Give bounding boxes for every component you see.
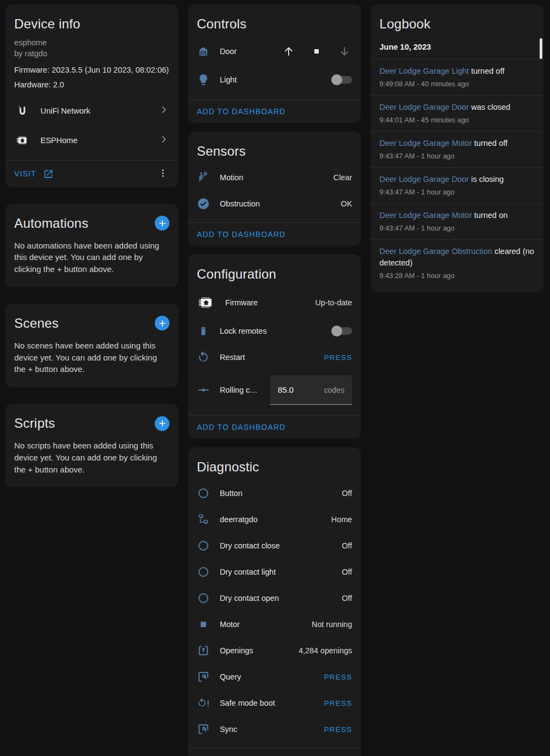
add-automation-button[interactable] [155, 216, 169, 231]
circle-outline-icon [197, 539, 210, 552]
add-to-dashboard-button[interactable]: ADD TO DASHBOARD [197, 230, 352, 239]
scripts-empty-text: No scripts have been added using this de… [5, 436, 178, 487]
plus-icon [158, 219, 167, 228]
add-script-button[interactable] [155, 416, 169, 431]
logbook-timestamp: 9:43:28 AM - 1 hour ago [379, 271, 535, 280]
rolling-code-input[interactable]: 85.0 codes [270, 375, 352, 405]
add-scene-button[interactable] [155, 316, 169, 330]
logbook-action: is closing [471, 175, 504, 184]
logbook-entity-link[interactable]: Deer Lodge Garage Obstruction [379, 247, 492, 256]
entity-value: Clear [333, 173, 352, 182]
circle-outline-icon [197, 487, 210, 500]
device-byline: by ratgdo [5, 48, 178, 59]
logbook-title: Logbook [371, 4, 543, 37]
entity-row-safe-mode-boot[interactable]: Safe mode boot PRESS [188, 690, 361, 716]
logbook-scroll-area: June 10, 2023 Deer Lodge Garage Light tu… [371, 37, 543, 292]
entity-label: Sync [220, 725, 314, 734]
cover-close-button[interactable] [338, 45, 351, 58]
chevron-right-icon [159, 104, 169, 117]
cover-open-button[interactable] [282, 45, 295, 58]
cover-stop-button[interactable] [310, 45, 323, 58]
safe-mode-boot-press-button[interactable]: PRESS [324, 699, 352, 707]
query-press-button[interactable]: PRESS [324, 673, 352, 681]
garage-door-icon [197, 45, 210, 58]
automations-empty-text: No automations have been added using thi… [5, 237, 178, 287]
ray-vertex-icon [197, 383, 210, 397]
entity-label: Restart [220, 353, 314, 362]
entity-row-query[interactable]: Query PRESS [188, 664, 361, 690]
entity-value: Off [342, 568, 352, 576]
logbook-entity-link[interactable]: Deer Lodge Garage Motor [379, 139, 472, 147]
entity-label: Lock remotes [220, 327, 321, 335]
entity-value: Up-to-date [315, 298, 352, 307]
lock-remotes-toggle[interactable] [331, 326, 352, 336]
logbook-entity-link[interactable]: Deer Lodge Garage Motor [379, 211, 472, 220]
integration-row-unifi[interactable]: UniFi Network [5, 98, 178, 124]
integration-row-esphome[interactable]: ESPHome [5, 127, 178, 153]
controls-card: Controls Door Light [188, 4, 361, 123]
entity-row-obstruction[interactable]: Obstruction OK [188, 191, 361, 217]
entity-label: Motor [220, 620, 302, 629]
entity-row-button[interactable]: Button Off [188, 480, 361, 506]
logbook-action: turned off [471, 67, 505, 75]
sensors-title: Sensors [188, 132, 361, 164]
entity-label: Button [220, 489, 332, 498]
entity-row-motor[interactable]: Motor Not running [188, 611, 361, 637]
entity-label: Openings [220, 646, 289, 655]
entity-label: Door [220, 47, 272, 56]
logbook-entity-link[interactable]: Deer Lodge Garage Door [379, 175, 469, 184]
logbook-entity-link[interactable]: Deer Lodge Garage Light [379, 67, 469, 75]
sync-press-button[interactable]: PRESS [324, 725, 352, 734]
entity-row-motion[interactable]: Motion Clear [188, 164, 361, 191]
entity-row-rolling-code[interactable]: Rolling co… 85.0 codes [188, 370, 361, 410]
entity-row-lock-remotes[interactable]: Lock remotes [188, 318, 361, 344]
chevron-right-icon [159, 134, 169, 146]
scripts-card: Scripts No scripts have been added using… [5, 404, 178, 487]
device-info-actions: VISIT [5, 160, 178, 187]
gesture-tap-box-icon [197, 723, 210, 736]
entity-row-sync[interactable]: Sync PRESS [188, 716, 361, 742]
scripts-title: Scripts [5, 404, 55, 436]
logbook-scrollbar-thumb[interactable] [540, 38, 542, 59]
entity-label: deerratgdo [220, 515, 321, 524]
lan-icon [197, 513, 210, 526]
entity-value: Off [342, 489, 352, 498]
logbook-entry: Deer Lodge Garage Motor turned on 9:43:4… [371, 203, 543, 239]
logbook-action: turned on [474, 211, 507, 220]
open-in-new-icon [43, 169, 54, 179]
overflow-menu-icon[interactable] [156, 167, 169, 181]
scenes-title: Scenes [5, 304, 58, 336]
logbook-entity-link[interactable]: Deer Lodge Garage Door [379, 103, 469, 111]
entity-row-dry-contact-light[interactable]: Dry contact light Off [188, 559, 361, 585]
add-to-dashboard-button[interactable]: ADD TO DASHBOARD [197, 423, 352, 432]
entity-row-dry-contact-open[interactable]: Dry contact open Off [188, 585, 361, 611]
automations-card: Automations No automations have been add… [5, 204, 178, 287]
entity-row-deerratgdo[interactable]: deerratgdo Home [188, 506, 361, 533]
gesture-tap-box-icon [197, 670, 210, 683]
visit-button[interactable]: VISIT [14, 169, 54, 179]
entity-label: Firmware [225, 298, 305, 307]
add-to-dashboard-button[interactable]: ADD TO DASHBOARD [197, 107, 352, 116]
restart-icon [197, 351, 210, 364]
entity-row-dry-contact-close[interactable]: Dry contact close Off [188, 533, 361, 559]
device-info-title: Device info [5, 4, 178, 37]
device-firmware-line: Firmware: 2023.5.5 (Jun 10 2023, 08:02:0… [5, 66, 178, 74]
entity-row-firmware[interactable]: Firmware Up-to-date [188, 287, 361, 318]
scenes-empty-text: No scenes have been added using this dev… [5, 336, 178, 387]
arrow-up-box-icon [197, 644, 210, 657]
entity-row-openings[interactable]: Openings 4,284 openings [188, 637, 361, 664]
restart-press-button[interactable]: PRESS [324, 353, 352, 362]
device-app-name: esphome [5, 37, 178, 48]
entity-row-door[interactable]: Door [188, 37, 361, 66]
entity-row-restart[interactable]: Restart PRESS [188, 344, 361, 370]
cover-controls [282, 45, 352, 58]
entity-value: OK [341, 199, 352, 208]
configuration-title: Configuration [188, 255, 361, 287]
entity-label: Safe mode boot [220, 699, 314, 707]
logbook-timestamp: 9:43:47 AM - 1 hour ago [379, 224, 535, 232]
entity-row-light[interactable]: Light [188, 66, 361, 94]
entity-value: Off [342, 541, 352, 550]
light-toggle[interactable] [331, 74, 352, 85]
entity-label: Light [220, 75, 321, 84]
logbook-card: Logbook June 10, 2023 Deer Lodge Garage … [371, 4, 543, 292]
